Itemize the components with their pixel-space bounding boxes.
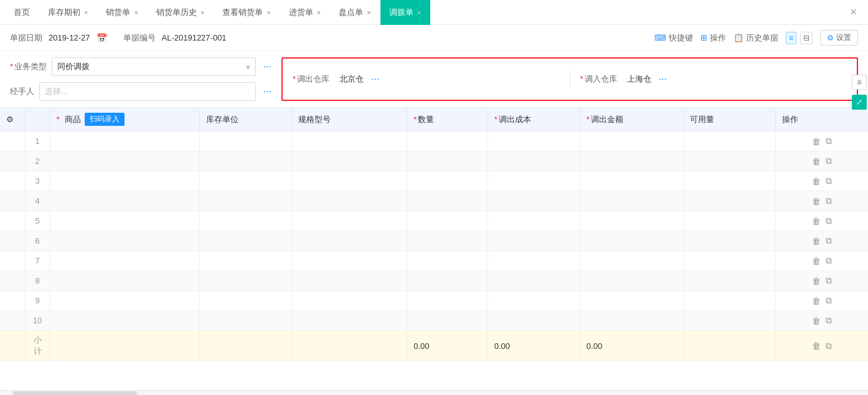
- delete-row-icon[interactable]: 🗑: [812, 216, 821, 226]
- row-avail-cell[interactable]: [684, 151, 776, 171]
- row-amount-cell[interactable]: [580, 311, 684, 331]
- row-avail-cell[interactable]: [684, 211, 776, 231]
- row-amount-cell[interactable]: [580, 231, 684, 251]
- copy-row-icon[interactable]: ⧉: [826, 176, 832, 186]
- tab-close-sales-order[interactable]: ×: [134, 9, 138, 16]
- copy-row-icon[interactable]: ⧉: [826, 216, 832, 226]
- delete-row-icon[interactable]: 🗑: [812, 296, 821, 306]
- col-header-gear[interactable]: ⚙: [0, 108, 25, 131]
- copy-row-icon[interactable]: ⧉: [826, 315, 832, 326]
- row-avail-cell[interactable]: [684, 191, 776, 211]
- copy-row-icon[interactable]: ⧉: [826, 295, 832, 306]
- row-product-cell[interactable]: [50, 251, 200, 271]
- tab-close-view-sales[interactable]: ×: [267, 9, 270, 16]
- calendar-icon[interactable]: 📅: [97, 33, 107, 43]
- tab-home[interactable]: 首页: [5, 0, 39, 25]
- out-warehouse-more-icon[interactable]: ···: [371, 74, 379, 85]
- copy-icon[interactable]: ⧉: [826, 341, 832, 351]
- row-avail-cell[interactable]: [684, 291, 776, 311]
- row-cost-cell[interactable]: [488, 271, 580, 291]
- row-avail-cell[interactable]: [684, 171, 776, 191]
- row-qty-cell[interactable]: [407, 231, 488, 251]
- row-product-cell[interactable]: [50, 311, 200, 331]
- delete-icon[interactable]: 🗑: [812, 341, 821, 351]
- row-cost-cell[interactable]: [488, 311, 580, 331]
- tab-inventory-init[interactable]: 库存期初×: [39, 0, 97, 25]
- row-spec-cell[interactable]: [292, 311, 407, 331]
- list-view-button[interactable]: ≡: [786, 32, 796, 44]
- row-unit-cell[interactable]: [200, 231, 292, 251]
- scan-entry-button[interactable]: 扫码录入: [85, 113, 125, 126]
- tab-close-purchase-order[interactable]: ×: [317, 9, 321, 16]
- row-product-cell[interactable]: [50, 151, 200, 171]
- row-unit-cell[interactable]: [200, 131, 292, 151]
- row-qty-cell[interactable]: [407, 211, 488, 231]
- tab-close-transfer[interactable]: ×: [417, 9, 421, 16]
- row-product-cell[interactable]: [50, 131, 200, 151]
- row-spec-cell[interactable]: [292, 291, 407, 311]
- operations-btn[interactable]: ⊞ 操作: [701, 32, 726, 44]
- row-amount-cell[interactable]: [580, 171, 684, 191]
- row-cost-cell[interactable]: [488, 151, 580, 171]
- horizontal-scrollbar[interactable]: [0, 390, 868, 395]
- row-unit-cell[interactable]: [200, 291, 292, 311]
- row-amount-cell[interactable]: [580, 151, 684, 171]
- row-spec-cell[interactable]: [292, 191, 407, 211]
- row-cost-cell[interactable]: [488, 291, 580, 311]
- row-cost-cell[interactable]: [488, 251, 580, 271]
- tab-purchase-order[interactable]: 进货单×: [280, 0, 330, 25]
- row-qty-cell[interactable]: [407, 131, 488, 151]
- row-spec-cell[interactable]: [292, 231, 407, 251]
- row-qty-cell[interactable]: [407, 151, 488, 171]
- delete-row-icon[interactable]: 🗑: [812, 256, 821, 266]
- copy-row-icon[interactable]: ⧉: [826, 196, 832, 206]
- row-cost-cell[interactable]: [488, 131, 580, 151]
- copy-row-icon[interactable]: ⧉: [826, 275, 832, 286]
- handler-more-icon[interactable]: ···: [263, 86, 271, 97]
- row-unit-cell[interactable]: [200, 151, 292, 171]
- row-unit-cell[interactable]: [200, 191, 292, 211]
- row-amount-cell[interactable]: [580, 251, 684, 271]
- delete-row-icon[interactable]: 🗑: [812, 176, 821, 186]
- row-qty-cell[interactable]: [407, 311, 488, 331]
- row-product-cell[interactable]: [50, 291, 200, 311]
- row-amount-cell[interactable]: [580, 271, 684, 291]
- row-unit-cell[interactable]: [200, 271, 292, 291]
- row-amount-cell[interactable]: [580, 131, 684, 151]
- in-warehouse-more-icon[interactable]: ···: [659, 74, 667, 85]
- row-spec-cell[interactable]: [292, 131, 407, 151]
- delete-row-icon[interactable]: 🗑: [812, 276, 821, 286]
- row-spec-cell[interactable]: [292, 171, 407, 191]
- row-avail-cell[interactable]: [684, 131, 776, 151]
- row-product-cell[interactable]: [50, 191, 200, 211]
- copy-row-icon[interactable]: ⧉: [826, 136, 832, 146]
- copy-row-icon[interactable]: ⧉: [826, 255, 832, 266]
- scrollbar-thumb[interactable]: [12, 391, 137, 395]
- table-wrapper[interactable]: ⚙ * 商品 扫码录入 库存单位 规格型号: [0, 107, 868, 390]
- row-spec-cell[interactable]: [292, 211, 407, 231]
- row-product-cell[interactable]: [50, 171, 200, 191]
- row-avail-cell[interactable]: [684, 251, 776, 271]
- row-product-cell[interactable]: [50, 271, 200, 291]
- delete-row-icon[interactable]: 🗑: [812, 236, 821, 246]
- row-unit-cell[interactable]: [200, 211, 292, 231]
- tab-transfer[interactable]: 调拨单×: [380, 0, 430, 25]
- row-avail-cell[interactable]: [684, 271, 776, 291]
- tab-view-sales[interactable]: 查看销货单×: [214, 0, 280, 25]
- row-qty-cell[interactable]: [407, 171, 488, 191]
- copy-row-icon[interactable]: ⧉: [826, 236, 832, 246]
- row-cost-cell[interactable]: [488, 171, 580, 191]
- row-product-cell[interactable]: [50, 231, 200, 251]
- row-avail-cell[interactable]: [684, 311, 776, 331]
- row-unit-cell[interactable]: [200, 311, 292, 331]
- row-amount-cell[interactable]: [580, 191, 684, 211]
- delete-row-icon[interactable]: 🗑: [812, 196, 821, 206]
- row-cost-cell[interactable]: [488, 231, 580, 251]
- sidebar-expand-button[interactable]: ⤢: [852, 95, 867, 110]
- row-amount-cell[interactable]: [580, 291, 684, 311]
- sidebar-notes-button[interactable]: ≡: [852, 75, 867, 90]
- grid-view-button[interactable]: ⊟: [800, 32, 813, 44]
- delete-row-icon[interactable]: 🗑: [812, 316, 821, 326]
- row-qty-cell[interactable]: [407, 251, 488, 271]
- row-qty-cell[interactable]: [407, 291, 488, 311]
